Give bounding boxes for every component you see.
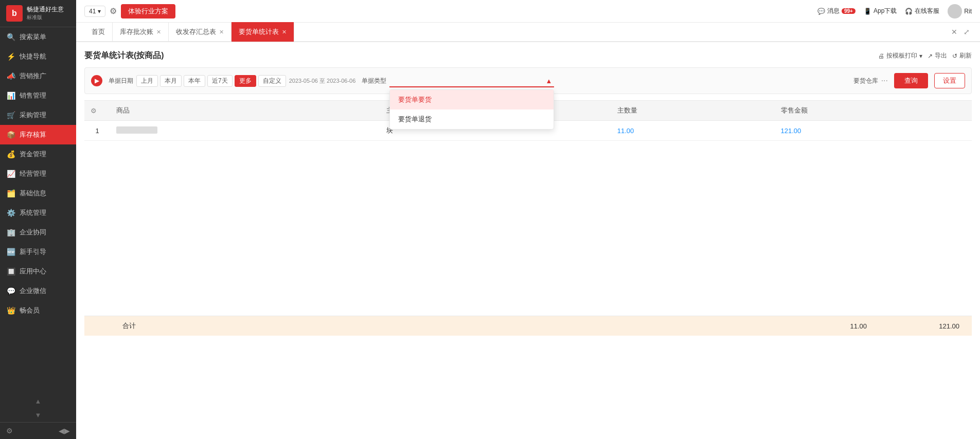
sidebar-item-marketing[interactable]: 📣 营销推广 bbox=[0, 66, 76, 86]
type-input[interactable] bbox=[389, 75, 554, 87]
sidebar-item-label: 基础信息 bbox=[20, 189, 46, 198]
settings-button[interactable]: 设置 bbox=[934, 73, 965, 88]
date-btn-last-month[interactable]: 上月 bbox=[136, 75, 158, 87]
th-quantity: 主数量 bbox=[611, 101, 775, 121]
app-label: App下载 bbox=[874, 7, 897, 15]
sidebar-item-purchase[interactable]: 🛒 采购管理 bbox=[0, 105, 76, 125]
service-action[interactable]: 🎧 在线客服 bbox=[905, 7, 939, 15]
msg-icon: 💬 bbox=[817, 8, 825, 15]
tab-order-stats[interactable]: 要货单统计表 ✕ bbox=[231, 22, 294, 42]
inventory-icon: 📦 bbox=[6, 130, 15, 139]
filter-expand-button[interactable]: ▶ bbox=[91, 75, 102, 86]
date-btn-custom[interactable]: 自定义 bbox=[258, 75, 286, 87]
sidebar-item-sales[interactable]: 📊 销售管理 bbox=[0, 86, 76, 105]
msg-action[interactable]: 💬 消息 99+ bbox=[817, 7, 856, 15]
trial-button[interactable]: 体验行业方案 bbox=[121, 4, 175, 19]
dropdown-item-order-label: 要货单要货 bbox=[398, 96, 432, 103]
tab-inventory-batch-close[interactable]: ✕ bbox=[156, 29, 161, 35]
sidebar-item-corp[interactable]: 🏢 企业协同 bbox=[0, 223, 76, 242]
warehouse-filter-label: 要货仓库 bbox=[853, 77, 878, 85]
dropdown-item-order[interactable]: 要货单要货 bbox=[390, 90, 554, 109]
query-button[interactable]: 查询 bbox=[894, 73, 928, 88]
close-all-icon[interactable]: ✕ bbox=[949, 27, 959, 37]
topbar-left: 41 ▾ ⚙ 体验行业方案 bbox=[84, 4, 811, 19]
th-goods: 商品 bbox=[110, 101, 380, 121]
sidebar-item-label: 畅会员 bbox=[20, 306, 40, 315]
date-btn-more[interactable]: 更多 bbox=[235, 75, 256, 87]
app-download-action[interactable]: 📱 App下载 bbox=[864, 7, 897, 15]
chevron-down-icon: ▾ bbox=[98, 8, 101, 15]
main-area: 41 ▾ ⚙ 体验行业方案 💬 消息 99+ 📱 App下载 🎧 在线客服 bbox=[76, 0, 980, 439]
sidebar-item-guide[interactable]: 🆕 新手引导 bbox=[0, 242, 76, 262]
sidebar-item-basic[interactable]: 🗂️ 基础信息 bbox=[0, 184, 76, 203]
type-filter-group: 单据类型 ▲ 要货单要货 要货单退货 bbox=[362, 75, 847, 87]
refresh-action[interactable]: ↺ 刷新 bbox=[952, 51, 972, 60]
date-btn-this-year[interactable]: 本年 bbox=[184, 75, 205, 87]
msg-badge: 99+ bbox=[842, 8, 856, 14]
export-icon: ↗ bbox=[928, 52, 933, 60]
export-action[interactable]: ↗ 导出 bbox=[928, 51, 947, 60]
print-icon: 🖨 bbox=[878, 52, 884, 60]
app-sub: 标准版 bbox=[27, 14, 64, 21]
cell-index: 1 bbox=[84, 121, 110, 141]
store-selector[interactable]: 41 ▾ bbox=[84, 6, 105, 17]
apps-icon: 🔲 bbox=[6, 267, 15, 276]
filter-bar: ▶ 单据日期 上月 本月 本年 近7天 更多 自定义 2023-05-06 至 … bbox=[84, 67, 972, 94]
app-name: 畅捷通好生意 bbox=[27, 6, 64, 14]
sidebar-item-search[interactable]: 🔍 搜索菜单 bbox=[0, 27, 76, 47]
table-footer: 合计 11.00 121.00 bbox=[84, 316, 972, 336]
user-area[interactable]: Rit bbox=[948, 4, 972, 19]
logo-icon: b bbox=[6, 5, 23, 22]
finance-icon: 💰 bbox=[6, 150, 15, 159]
sidebar-item-business[interactable]: 📈 经营管理 bbox=[0, 164, 76, 184]
type-dropdown-menu: 要货单要货 要货单退货 bbox=[389, 89, 554, 130]
tab-order-stats-close[interactable]: ✕ bbox=[282, 29, 287, 35]
store-name: 41 bbox=[89, 8, 96, 15]
date-filter-group: 单据日期 上月 本月 本年 近7天 更多 自定义 2023-05-06 至 20… bbox=[109, 75, 355, 87]
refresh-label: 刷新 bbox=[959, 51, 972, 60]
print-chevron: ▾ bbox=[919, 52, 922, 60]
headset-icon: 🎧 bbox=[905, 8, 913, 15]
sidebar-scroll-up[interactable]: ▲ bbox=[0, 394, 76, 408]
print-action[interactable]: 🖨 按模板打印 ▾ bbox=[878, 51, 922, 60]
tab-inventory-batch[interactable]: 库存批次账 ✕ bbox=[113, 22, 169, 42]
sidebar-item-apps[interactable]: 🔲 应用中心 bbox=[0, 262, 76, 281]
topbar-settings-icon[interactable]: ⚙ bbox=[110, 6, 117, 16]
tab-home[interactable]: 首页 bbox=[84, 22, 113, 42]
business-icon: 📈 bbox=[6, 169, 15, 178]
tab-receivable[interactable]: 收发存汇总表 ✕ bbox=[169, 22, 231, 42]
date-btn-7days[interactable]: 近7天 bbox=[207, 75, 233, 87]
export-label: 导出 bbox=[935, 51, 947, 60]
date-range-display: 2023-05-06 至 2023-06-06 bbox=[289, 77, 356, 85]
sidebar-item-wechat[interactable]: 💬 企业微信 bbox=[0, 281, 76, 301]
sidebar-item-system[interactable]: ⚙️ 系统管理 bbox=[0, 203, 76, 223]
date-btn-this-month[interactable]: 本月 bbox=[160, 75, 182, 87]
collapse-icon[interactable]: ◀▶ bbox=[59, 427, 70, 435]
dots-icon[interactable]: ··· bbox=[881, 76, 888, 85]
topbar-right: 💬 消息 99+ 📱 App下载 🎧 在线客服 Rit bbox=[817, 4, 972, 19]
maximize-icon[interactable]: ⤢ bbox=[961, 27, 972, 37]
sidebar-item-member[interactable]: 👑 畅会员 bbox=[0, 301, 76, 320]
sidebar-scroll-down[interactable]: ▼ bbox=[0, 408, 76, 422]
sidebar-item-quick[interactable]: ⚡ 快捷导航 bbox=[0, 47, 76, 66]
type-chevron-up-icon[interactable]: ▲ bbox=[545, 77, 552, 85]
tab-receivable-label: 收发存汇总表 bbox=[176, 27, 216, 36]
sidebar-item-label: 系统管理 bbox=[20, 208, 46, 217]
tab-receivable-close[interactable]: ✕ bbox=[219, 29, 224, 35]
tab-end-buttons: ✕ ⤢ bbox=[949, 27, 972, 37]
dropdown-item-return-label: 要货单退货 bbox=[398, 115, 432, 123]
sidebar-item-label: 营销推广 bbox=[20, 71, 46, 81]
sidebar-item-inventory[interactable]: 📦 库存核算 bbox=[0, 125, 76, 144]
quick-icon: ⚡ bbox=[6, 52, 15, 61]
dropdown-item-return[interactable]: 要货单退货 bbox=[390, 109, 554, 129]
sidebar-item-label: 企业微信 bbox=[20, 286, 46, 296]
warehouse-filter-group: 要货仓库 ··· bbox=[853, 76, 888, 85]
user-name: Rit bbox=[964, 8, 972, 15]
msg-label: 消息 bbox=[827, 7, 840, 15]
guide-icon: 🆕 bbox=[6, 247, 15, 257]
table-column-settings-icon[interactable]: ⚙ bbox=[91, 107, 97, 115]
settings-bottom-icon[interactable]: ⚙ bbox=[6, 427, 13, 435]
sidebar-item-finance[interactable]: 💰 资金管理 bbox=[0, 144, 76, 164]
sidebar-item-label: 搜索菜单 bbox=[20, 32, 46, 42]
date-shortcuts: 上月 本月 本年 近7天 更多 自定义 bbox=[136, 75, 286, 87]
